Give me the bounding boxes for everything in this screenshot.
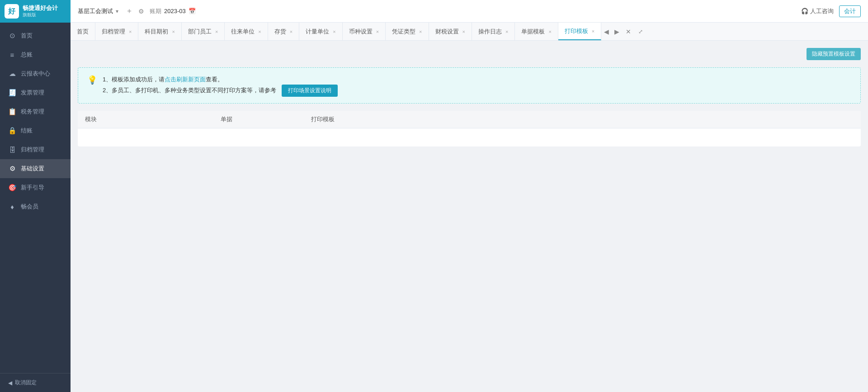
tab-archive-label: 归档管理 xyxy=(102,28,125,36)
sidebar-item-invoice[interactable]: 🧾 发票管理 xyxy=(0,83,71,102)
tab-unit-label: 计量单位 xyxy=(306,28,329,36)
tab-voucher-type[interactable]: 凭证类型 × xyxy=(386,23,429,40)
logo-sub: 旗舰版 xyxy=(23,12,58,18)
tab-supplier-label: 往来单位 xyxy=(231,28,255,36)
company-selector[interactable]: 基层工会测试 ▾ xyxy=(78,7,118,15)
tab-single-template-label: 单据模板 xyxy=(521,28,545,36)
tab-print-template-close[interactable]: × xyxy=(592,28,594,34)
tab-dept[interactable]: 部门员工 × xyxy=(182,23,225,40)
topbar: 基层工会测试 ▾ ＋ ⚙ 账期 2023-03 📅 🎧 人工咨询 会计 xyxy=(71,0,868,23)
sidebar-item-home[interactable]: ⊙ 首页 xyxy=(0,26,71,45)
topbar-right: 🎧 人工咨询 会计 xyxy=(801,5,861,17)
sidebar-item-label: 归档管理 xyxy=(21,146,44,154)
period-selector[interactable]: 账期 2023-03 📅 xyxy=(150,7,196,15)
tab-voucher-type-close[interactable]: × xyxy=(419,29,422,34)
logo-icon: 好 xyxy=(5,4,19,19)
sidebar-logo: 好 畅捷通好会计 旗舰版 xyxy=(0,0,71,23)
tab-dept-label: 部门员工 xyxy=(188,28,212,36)
tab-dept-close[interactable]: × xyxy=(215,29,218,34)
tab-inventory[interactable]: 存货 × xyxy=(268,23,299,40)
banner-tip1: 1、模板添加成功后，请点击刷新新页面查看。 xyxy=(103,74,851,85)
tab-single-template[interactable]: 单据模板 × xyxy=(515,23,558,40)
logo-text: 畅捷通好会计 xyxy=(23,5,58,12)
sidebar-item-reports[interactable]: ☁ 云报表中心 xyxy=(0,64,71,83)
tab-home-label: 首页 xyxy=(77,28,89,36)
print-scene-button[interactable]: 打印场景设置说明 xyxy=(282,85,338,97)
refresh-link[interactable]: 点击刷新新页面 xyxy=(165,76,206,83)
settings-icon[interactable]: ⚙ xyxy=(138,8,144,15)
service-label: 人工咨询 xyxy=(810,7,834,15)
invoice-icon: 🧾 xyxy=(8,89,16,97)
sidebar-item-vip[interactable]: ♦ 畅会员 xyxy=(0,197,71,216)
info-banner: 💡 1、模板添加成功后，请点击刷新新页面查看。 2、多员工、多打印机、多种业务类… xyxy=(78,67,861,104)
tab-subject[interactable]: 科目期初 × xyxy=(138,23,181,40)
content-area: 隐藏预置模板设置 💡 1、模板添加成功后，请点击刷新新页面查看。 2、多员工、多… xyxy=(71,41,868,392)
tab-unit[interactable]: 计量单位 × xyxy=(299,23,342,40)
tab-archive[interactable]: 归档管理 × xyxy=(95,23,138,40)
table-body-empty xyxy=(78,128,861,146)
sidebar-item-label: 云报表中心 xyxy=(21,70,50,78)
tab-supplier[interactable]: 往来单位 × xyxy=(225,23,268,40)
sidebar-item-archive[interactable]: 🗄 归档管理 xyxy=(0,140,71,159)
unpin-button[interactable]: ◀ 取消固定 xyxy=(0,373,71,392)
template-table: 模块 单据 打印模板 xyxy=(78,111,861,146)
tab-close-all-button[interactable]: ✕ xyxy=(622,23,635,40)
guide-icon: 🎯 xyxy=(8,184,16,192)
sidebar-item-label: 首页 xyxy=(21,32,33,40)
banner-tip2: 2、多员工、多打印机、多种业务类型设置不同打印方案等，请参考 打印场景设置说明 xyxy=(103,85,851,97)
tab-inventory-close[interactable]: × xyxy=(290,29,292,34)
tab-oplog-close[interactable]: × xyxy=(505,29,508,34)
cloud-icon: ☁ xyxy=(8,70,16,78)
tab-archive-close[interactable]: × xyxy=(129,29,132,34)
tab-next-button[interactable]: ▶ xyxy=(612,23,622,40)
lock-icon: 🔒 xyxy=(8,127,16,135)
tab-currency-label: 币种设置 xyxy=(349,28,373,36)
col-doc-header: 单据 xyxy=(221,115,311,123)
sidebar-item-basic[interactable]: ⚙ 基础设置 xyxy=(0,159,71,178)
accountant-button[interactable]: 会计 xyxy=(839,5,861,17)
tab-print-template[interactable]: 打印模板 × xyxy=(558,23,601,40)
headset-icon: 🎧 xyxy=(801,8,808,14)
sidebar-item-ledger[interactable]: ≡ 总账 xyxy=(0,45,71,64)
tabbar: 首页 归档管理 × 科目期初 × 部门员工 × 往来单位 × 存货 × 计量单位… xyxy=(71,23,868,41)
tax-icon: 📋 xyxy=(8,108,16,116)
accountant-label: 会计 xyxy=(844,8,856,14)
unpin-icon: ◀ xyxy=(8,380,12,386)
tab-currency-close[interactable]: × xyxy=(376,29,379,34)
company-name: 基层工会测试 xyxy=(78,7,113,15)
add-company-button[interactable]: ＋ xyxy=(126,6,133,16)
period-value: 2023-03 xyxy=(164,8,186,14)
tab-supplier-close[interactable]: × xyxy=(258,29,261,34)
gear-icon: ⚙ xyxy=(8,165,16,173)
sidebar-item-label: 税务管理 xyxy=(21,108,44,116)
sidebar: 好 畅捷通好会计 旗舰版 ⊙ 首页 ≡ 总账 ☁ 云报表中心 🧾 发票管理 📋 … xyxy=(0,0,71,392)
sidebar-item-label: 基础设置 xyxy=(21,165,44,173)
tab-oplog[interactable]: 操作日志 × xyxy=(472,23,515,40)
sidebar-item-label: 总账 xyxy=(21,51,33,59)
tab-subject-label: 科目期初 xyxy=(145,28,168,36)
hide-template-button[interactable]: 隐藏预置模板设置 xyxy=(807,48,861,60)
col-module-header: 模块 xyxy=(85,115,221,123)
tab-tax[interactable]: 财税设置 × xyxy=(429,23,472,40)
company-dropdown-icon[interactable]: ▾ xyxy=(116,8,118,14)
tab-prev-button[interactable]: ◀ xyxy=(601,23,612,40)
sidebar-item-label: 畅会员 xyxy=(21,203,38,211)
tab-expand-button[interactable]: ⤢ xyxy=(635,23,646,40)
sidebar-item-tax[interactable]: 📋 税务管理 xyxy=(0,102,71,121)
tab-tax-close[interactable]: × xyxy=(462,29,465,34)
calendar-icon[interactable]: 📅 xyxy=(189,8,196,14)
tab-home[interactable]: 首页 xyxy=(71,23,95,40)
sidebar-item-label: 新手引导 xyxy=(21,184,44,192)
tab-currency[interactable]: 币种设置 × xyxy=(343,23,386,40)
home-icon: ⊙ xyxy=(8,32,16,40)
sidebar-item-close[interactable]: 🔒 结账 xyxy=(0,121,71,140)
top-actions: 隐藏预置模板设置 xyxy=(78,48,861,64)
service-button[interactable]: 🎧 人工咨询 xyxy=(801,7,834,15)
sidebar-item-newbie[interactable]: 🎯 新手引导 xyxy=(0,178,71,197)
tab-single-template-close[interactable]: × xyxy=(548,29,551,34)
ledger-icon: ≡ xyxy=(8,51,16,59)
archive-icon: 🗄 xyxy=(8,146,16,154)
tab-tax-label: 财税设置 xyxy=(435,28,459,36)
tab-subject-close[interactable]: × xyxy=(172,29,175,34)
tab-unit-close[interactable]: × xyxy=(333,29,335,34)
